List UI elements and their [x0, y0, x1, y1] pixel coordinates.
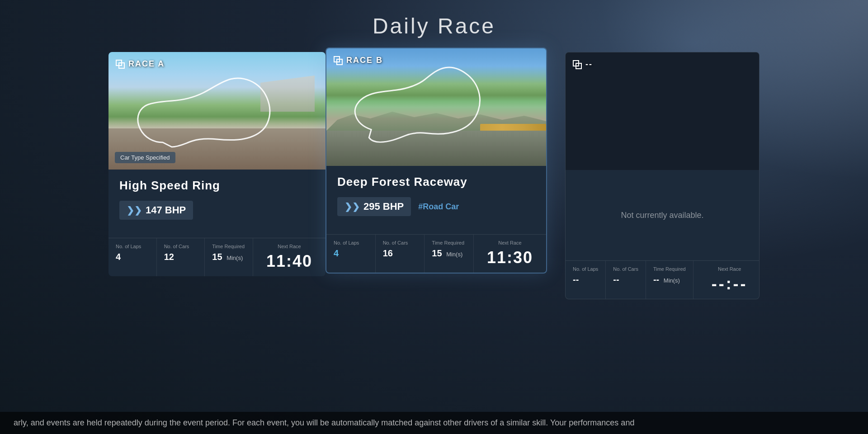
- track-name-a: High Speed Ring: [119, 179, 315, 193]
- race-c-icon: [573, 60, 582, 69]
- race-c-label: --: [573, 60, 593, 69]
- race-a-info: High Speed Ring ❯❯ 147 BHP: [108, 170, 326, 238]
- stat-laps-b: No. of Laps 4: [326, 235, 376, 273]
- track-image-c: --: [566, 52, 759, 170]
- race-a-label: RACE A: [116, 59, 165, 69]
- next-race-b: Next Race 11:30: [474, 235, 546, 273]
- race-c-stats-footer: No. of Laps -- No. of Cars -- Time Requi…: [566, 260, 759, 299]
- stat-cars-c: No. of Cars --: [606, 261, 646, 299]
- stat-laps-c: No. of Laps --: [566, 261, 606, 299]
- race-b-icon: [334, 56, 343, 65]
- unavailable-message: Not currently available.: [566, 170, 759, 260]
- next-race-a: Next Race 11:40: [253, 238, 326, 276]
- next-race-c: Next Race --:--: [693, 261, 760, 299]
- track-outline-b: [326, 48, 546, 166]
- bhp-container-a: ❯❯ 147 BHP: [119, 201, 315, 220]
- stat-cars-a: No. of Cars 12: [157, 238, 205, 276]
- race-b-info: Deep Forest Raceway ❯❯ 295 BHP #Road Car: [326, 166, 546, 234]
- page-title: Daily Race: [0, 0, 868, 38]
- race-card-a[interactable]: RACE A Car Type Specified High Speed Rin…: [108, 52, 326, 276]
- race-a-icon: [116, 60, 125, 69]
- track-image-a: RACE A Car Type Specified: [108, 52, 326, 170]
- bhp-container-b: ❯❯ 295 BHP #Road Car: [337, 197, 535, 216]
- stat-time-a: Time Required 15 Min(s): [205, 238, 253, 276]
- bhp-icon-b: ❯❯: [344, 201, 360, 212]
- race-a-footer-stats: No. of Laps 4 No. of Cars 12 Time Requir…: [108, 238, 253, 276]
- stat-laps-a: No. of Laps 4: [108, 238, 157, 276]
- bhp-badge-a: ❯❯ 147 BHP: [119, 201, 193, 220]
- bottom-ticker: arly, and events are held repeatedly dur…: [0, 412, 868, 434]
- track-image-b: RACE B: [326, 48, 546, 166]
- bhp-icon-a: ❯❯: [127, 205, 142, 216]
- race-b-stats-footer: No. of Laps 4 No. of Cars 16 Time Requir…: [326, 234, 546, 273]
- stat-time-c: Time Required -- Min(s): [646, 261, 693, 299]
- race-b-label: RACE B: [334, 56, 383, 65]
- race-b-footer-stats: No. of Laps 4 No. of Cars 16 Time Requir…: [326, 235, 474, 273]
- car-type-badge-a: Car Type Specified: [115, 152, 175, 163]
- car-tag-b: #Road Car: [418, 202, 459, 212]
- race-card-c[interactable]: -- Not currently available. No. of Laps …: [565, 52, 760, 299]
- bhp-badge-b: ❯❯ 295 BHP: [337, 197, 411, 216]
- race-c-footer-stats: No. of Laps -- No. of Cars -- Time Requi…: [566, 261, 693, 299]
- stat-cars-b: No. of Cars 16: [376, 235, 425, 273]
- race-card-b[interactable]: RACE B Deep Forest Raceway ❯❯ 295 BHP #R…: [326, 47, 547, 274]
- stat-time-b: Time Required 15 Min(s): [425, 235, 474, 273]
- cards-container: RACE A Car Type Specified High Speed Rin…: [0, 38, 868, 355]
- track-name-b: Deep Forest Raceway: [337, 175, 535, 189]
- race-a-stats-footer: No. of Laps 4 No. of Cars 12 Time Requir…: [108, 238, 326, 276]
